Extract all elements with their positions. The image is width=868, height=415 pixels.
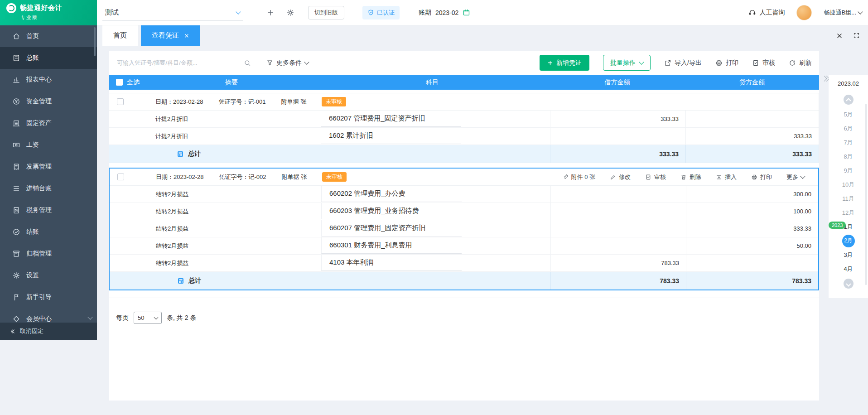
chevron-up-icon [846, 98, 851, 103]
timeline-month[interactable]: 5月 [829, 107, 868, 121]
sidebar-item-settings[interactable]: 设置 [0, 265, 97, 286]
print-button[interactable]: 打印 [715, 59, 738, 67]
delete-action[interactable]: 删除 [680, 173, 701, 181]
edit-action[interactable]: 修改 [610, 173, 631, 181]
timeline-month[interactable]: 7月 [829, 135, 868, 150]
voucher-checkbox[interactable] [117, 174, 124, 180]
timeline-month[interactable]: 3月 [829, 248, 868, 262]
total-count-label: 条, 共 2 条 [167, 314, 196, 322]
cell-credit [686, 255, 818, 271]
cell-credit: 333.33 [685, 128, 819, 145]
print-action[interactable]: 打印 [751, 173, 772, 181]
period-value[interactable]: 2023-02 [435, 9, 458, 16]
timeline-month[interactable]: 8月 [829, 150, 868, 164]
table-header: 全选 摘要 科目 借方金额 贷方金额 [109, 75, 819, 90]
import-export-label: 导入/导出 [675, 59, 702, 67]
settings-gear-icon[interactable] [286, 9, 294, 17]
timeline-month[interactable]: 9月 [829, 164, 868, 178]
sidebar-item-tax[interactable]: 税务管理 [0, 199, 97, 221]
search-icon[interactable] [244, 59, 251, 67]
timeline-scrollbar[interactable] [865, 104, 867, 285]
voucher-header-row[interactable]: 日期：2023-02-28 凭证字号：记-002 附单据 张 未审核 附件 0 … [110, 169, 818, 186]
tab-view-voucher[interactable]: 查看凭证 [141, 25, 200, 46]
account-set-selector[interactable]: 测试 [102, 5, 243, 21]
import-export-button[interactable]: 导入/导出 [664, 59, 702, 67]
timeline-month[interactable]: 12月 [829, 206, 868, 220]
sidebar-item-funds[interactable]: 资金管理 [0, 91, 97, 112]
timeline-month-active[interactable]: 2月 [829, 234, 868, 248]
cell-credit: 333.33 [686, 220, 818, 237]
audit-button[interactable]: 审核 [752, 59, 775, 67]
add-voucher-button[interactable]: 新增凭证 [540, 55, 589, 71]
timeline-month[interactable]: 10月 [829, 178, 868, 192]
voucher-line-row[interactable]: 计提2月折旧 660207 管理费用_固定资产折旧 333.33 [109, 111, 819, 128]
timeline-scroll-down-button[interactable] [844, 279, 854, 289]
sidebar-item-archive[interactable]: 归档管理 [0, 243, 97, 265]
cell-debit: 783.33 [550, 255, 686, 271]
support-link[interactable]: 人工咨询 [748, 9, 785, 17]
brand-logo: 畅捷通好会计 专业版 [0, 0, 97, 25]
sidebar-item-label: 首页 [26, 32, 39, 40]
sidebar-item-reports[interactable]: 报表中心 [0, 69, 97, 91]
voucher-line-row[interactable]: 结转2月损益 660301 财务费用_利息费用 50.00 [110, 237, 818, 255]
chevron-down-icon [846, 281, 851, 286]
sidebar-item-label: 会员中心 [26, 315, 52, 323]
user-menu[interactable]: 畅捷通B组... [824, 9, 862, 17]
sidebar-scrollbar[interactable] [94, 27, 96, 56]
action-label: 附件 0 张 [571, 173, 595, 181]
pagination: 每页 50 条, 共 2 条 [109, 298, 819, 338]
sidebar-item-home[interactable]: 首页 [0, 25, 97, 47]
sidebar-item-invoices[interactable]: 发票管理 [0, 156, 97, 178]
sidebar-item-general-ledger[interactable]: 总账 [0, 47, 97, 69]
batch-actions-button[interactable]: 批量操作 [603, 55, 651, 71]
refresh-button[interactable]: 刷新 [789, 59, 812, 67]
voucher-line-row[interactable]: 计提2月折旧 1602 累计折旧 333.33 [109, 128, 819, 145]
tab-home[interactable]: 首页 [102, 25, 138, 46]
certified-badge[interactable]: 已认证 [362, 6, 400, 19]
voucher-attachment: 附单据 张 [282, 173, 307, 181]
sidebar-item-purchase-sales[interactable]: 进销台账 [0, 178, 97, 199]
calendar-icon[interactable] [463, 9, 470, 16]
fullscreen-icon[interactable] [853, 32, 860, 39]
timeline-month[interactable]: 11月 [829, 192, 868, 206]
home-icon [12, 32, 20, 40]
switch-old-version-button[interactable]: 切到旧版 [308, 6, 344, 19]
sidebar-item-label: 新手引导 [26, 293, 52, 301]
audit-icon [752, 59, 759, 67]
period-timeline-panel: 2023.02 5月 6月 7月 8月 9月 10月 11月 12月 1月 2月… [829, 75, 868, 298]
unpin-sidebar-button[interactable]: 取消固定 [0, 323, 97, 340]
cell-debit [550, 220, 686, 237]
voucher-line-row[interactable]: 结转2月损益 660207 管理费用_固定资产折旧 333.33 [110, 220, 818, 237]
sidebar-item-fixed-assets[interactable]: 固定资产 [0, 112, 97, 134]
printer-icon [751, 174, 757, 180]
select-all-checkbox[interactable] [116, 79, 123, 86]
voucher-header-row[interactable]: 日期：2023-02-28 凭证字号：记-001 附单据 张 未审核 [109, 93, 819, 111]
cell-debit [550, 237, 686, 254]
add-account-set-button[interactable] [266, 9, 275, 17]
voucher-line-row[interactable]: 结转2月损益 4103 本年利润 783.33 [110, 255, 818, 272]
insert-action[interactable]: 插入 [716, 173, 737, 181]
panel-collapse-button[interactable] [822, 78, 829, 81]
avatar[interactable] [796, 5, 812, 20]
sidebar-item-payroll[interactable]: 工资 [0, 134, 97, 156]
voucher-line-row[interactable]: 结转2月损益 660203 管理费用_业务招待费 100.00 [110, 203, 818, 220]
more-action[interactable]: 更多 [786, 173, 805, 181]
tab-close-icon[interactable] [184, 33, 189, 39]
search-input[interactable] [116, 59, 244, 67]
audit-action[interactable]: 审核 [645, 173, 666, 181]
bar-chart-icon [12, 76, 20, 84]
timeline-scroll-up-button[interactable] [844, 95, 854, 105]
per-page-select[interactable]: 50 [134, 312, 162, 324]
attachment-action[interactable]: 附件 0 张 [562, 173, 595, 181]
import-export-icon [664, 59, 671, 67]
sidebar-item-closing[interactable]: 结账 [0, 221, 97, 243]
more-filters-button[interactable]: 更多条件 [266, 59, 309, 67]
cell-account: 4103 本年利润 [321, 255, 462, 271]
close-icon[interactable] [836, 32, 843, 39]
money-icon [12, 97, 20, 106]
voucher-checkbox[interactable] [117, 98, 124, 105]
sidebar-item-guide[interactable]: 新手引导 [0, 286, 97, 308]
timeline-month[interactable]: 4月 [829, 262, 868, 276]
voucher-line-row[interactable]: 结转2月损益 660202 管理费用_办公费 300.00 [110, 186, 818, 203]
timeline-month[interactable]: 6月 [829, 121, 868, 135]
